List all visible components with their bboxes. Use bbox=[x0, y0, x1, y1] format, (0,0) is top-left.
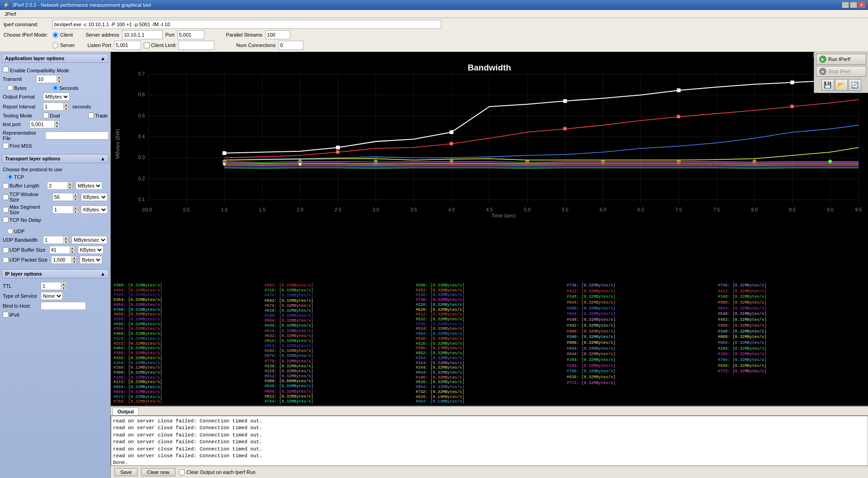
test-port-down[interactable]: ▼ bbox=[54, 124, 60, 128]
close-button[interactable]: ✕ bbox=[858, 2, 865, 8]
tcp-nodelay-checkbox[interactable] bbox=[3, 217, 9, 223]
udp-radio-label[interactable]: UDP bbox=[7, 228, 48, 234]
num-connections-input[interactable] bbox=[278, 41, 303, 50]
udp-packet-label[interactable]: UDP Packet Size bbox=[3, 257, 47, 263]
ttl-up[interactable]: ▲ bbox=[61, 282, 66, 286]
port-input[interactable] bbox=[177, 30, 204, 39]
save-button[interactable]: Save bbox=[114, 468, 137, 476]
enable-compat-label[interactable]: Enable Compatibility Mode bbox=[3, 66, 69, 73]
udp-buffer-checkbox[interactable] bbox=[3, 247, 9, 253]
dual-checkbox[interactable] bbox=[43, 112, 49, 118]
max-seg-down[interactable]: ▼ bbox=[73, 210, 78, 214]
print-mss-label[interactable]: Print MSS bbox=[3, 143, 43, 149]
open-toolbar-button[interactable]: 📂 bbox=[835, 79, 848, 91]
print-mss-checkbox[interactable] bbox=[3, 143, 9, 149]
udp-packet-input[interactable] bbox=[51, 256, 71, 264]
udp-bandwidth-down[interactable]: ▼ bbox=[63, 240, 69, 244]
client-limit-input[interactable] bbox=[178, 41, 214, 50]
parallel-streams-input[interactable] bbox=[265, 30, 290, 39]
report-interval-input[interactable] bbox=[43, 103, 63, 111]
client-limit-checkbox[interactable] bbox=[144, 42, 150, 48]
refresh-toolbar-button[interactable]: 🔄 bbox=[849, 79, 861, 91]
menu-jperf[interactable]: JPerf bbox=[2, 11, 19, 17]
udp-bandwidth-input[interactable] bbox=[43, 236, 63, 244]
tcp-window-checkbox[interactable] bbox=[3, 194, 9, 200]
client-radio[interactable] bbox=[52, 32, 58, 38]
max-seg-unit[interactable]: KBytesMBytes bbox=[81, 206, 108, 214]
application-layer-header[interactable]: Application layer options ▲ bbox=[2, 54, 108, 63]
server-address-input[interactable] bbox=[122, 30, 163, 39]
test-port-up[interactable]: ▲ bbox=[54, 120, 60, 124]
buffer-length-unit[interactable]: MBytesKBytes bbox=[75, 182, 102, 190]
trade-label[interactable]: Trade bbox=[88, 112, 111, 118]
udp-buffer-down[interactable]: ▼ bbox=[70, 250, 75, 254]
clear-on-run-label[interactable]: Clear Output on each Iperf Run bbox=[179, 469, 256, 475]
buffer-length-down[interactable]: ▼ bbox=[67, 186, 73, 190]
buffer-length-input[interactable] bbox=[47, 182, 67, 190]
tcp-window-label[interactable]: TCP Window Size bbox=[3, 192, 49, 202]
output-text[interactable]: read on server close failed: Connection … bbox=[111, 416, 868, 466]
save-toolbar-button[interactable]: 💾 bbox=[821, 79, 834, 91]
buffer-length-up[interactable]: ▲ bbox=[67, 182, 73, 186]
seconds-radio[interactable] bbox=[52, 85, 58, 91]
transmit-down[interactable]: ▼ bbox=[57, 79, 62, 83]
udp-packet-up[interactable]: ▲ bbox=[71, 256, 77, 260]
tcp-window-up[interactable]: ▲ bbox=[73, 193, 78, 197]
udp-bandwidth-unit[interactable]: MBytes/secKBytes/sec bbox=[71, 236, 107, 244]
run-iperf-button[interactable]: ▶ Run IPerf! bbox=[816, 54, 866, 65]
minimize-button[interactable]: _ bbox=[842, 2, 849, 8]
report-interval-up[interactable]: ▲ bbox=[63, 103, 69, 107]
ipv6-label[interactable]: IPv6 bbox=[3, 312, 43, 318]
iperf-command-input[interactable] bbox=[52, 20, 441, 29]
transport-layer-header[interactable]: Transport layer options ▲ bbox=[2, 154, 108, 163]
tos-select[interactable]: None bbox=[41, 292, 63, 300]
tcp-window-down[interactable]: ▼ bbox=[73, 197, 78, 201]
clear-now-button[interactable]: Clear now bbox=[141, 468, 175, 476]
max-seg-input[interactable] bbox=[52, 206, 73, 214]
stop-iperf-button[interactable]: ■ Stop IPerf bbox=[816, 66, 866, 77]
tcp-nodelay-label[interactable]: TCP No Delay bbox=[3, 217, 43, 223]
udp-bandwidth-up[interactable]: ▲ bbox=[63, 236, 69, 240]
ipv6-checkbox[interactable] bbox=[3, 312, 9, 318]
bind-host-input[interactable] bbox=[41, 302, 86, 310]
udp-packet-unit[interactable]: Bytes bbox=[80, 256, 102, 264]
udp-packet-down[interactable]: ▼ bbox=[71, 260, 77, 264]
server-radio[interactable] bbox=[52, 42, 58, 48]
maximize-button[interactable]: □ bbox=[850, 2, 857, 8]
tcp-radio-label[interactable]: TCP bbox=[7, 174, 48, 180]
ttl-down[interactable]: ▼ bbox=[61, 286, 66, 290]
bytes-radio[interactable] bbox=[7, 85, 13, 91]
transmit-input[interactable] bbox=[36, 75, 57, 83]
udp-buffer-input[interactable] bbox=[49, 246, 70, 254]
ttl-input[interactable] bbox=[41, 282, 61, 290]
udp-buffer-label[interactable]: UDP Buffer Size bbox=[3, 247, 46, 253]
max-seg-label[interactable]: Max Segment Size bbox=[3, 204, 49, 215]
rep-file-input[interactable] bbox=[45, 131, 108, 140]
output-tab[interactable]: Output bbox=[113, 408, 139, 415]
listen-port-input[interactable] bbox=[114, 41, 141, 50]
clear-on-run-checkbox[interactable] bbox=[179, 469, 185, 475]
tcp-window-unit[interactable]: KBytesMBytes bbox=[81, 193, 108, 201]
udp-packet-checkbox[interactable] bbox=[3, 257, 9, 263]
buffer-length-label[interactable]: Buffer Length bbox=[3, 183, 43, 189]
dual-label[interactable]: Dual bbox=[43, 112, 84, 118]
server-radio-label[interactable]: Server bbox=[52, 42, 75, 48]
ip-layer-header[interactable]: IP layer options ▲ bbox=[2, 269, 108, 278]
enable-compat-checkbox[interactable] bbox=[3, 66, 9, 72]
tcp-radio[interactable] bbox=[7, 174, 13, 180]
client-limit-label[interactable]: Client Limit bbox=[144, 42, 175, 48]
report-interval-down[interactable]: ▼ bbox=[63, 107, 69, 111]
seconds-radio-label[interactable]: Seconds bbox=[52, 85, 93, 91]
client-radio-label[interactable]: Client bbox=[52, 32, 73, 38]
udp-buffer-unit[interactable]: KBytes bbox=[78, 246, 104, 254]
buffer-length-checkbox[interactable] bbox=[3, 183, 9, 189]
trade-checkbox[interactable] bbox=[88, 112, 94, 118]
transmit-up[interactable]: ▲ bbox=[57, 75, 62, 79]
tcp-window-input[interactable] bbox=[52, 193, 73, 201]
max-seg-up[interactable]: ▲ bbox=[73, 206, 78, 210]
udp-radio[interactable] bbox=[7, 228, 13, 234]
bytes-radio-label[interactable]: Bytes bbox=[7, 85, 48, 91]
udp-buffer-up[interactable]: ▲ bbox=[70, 246, 75, 250]
output-format-select[interactable]: MBytes KBytes Bits bbox=[43, 93, 70, 101]
test-port-input[interactable] bbox=[29, 120, 54, 128]
